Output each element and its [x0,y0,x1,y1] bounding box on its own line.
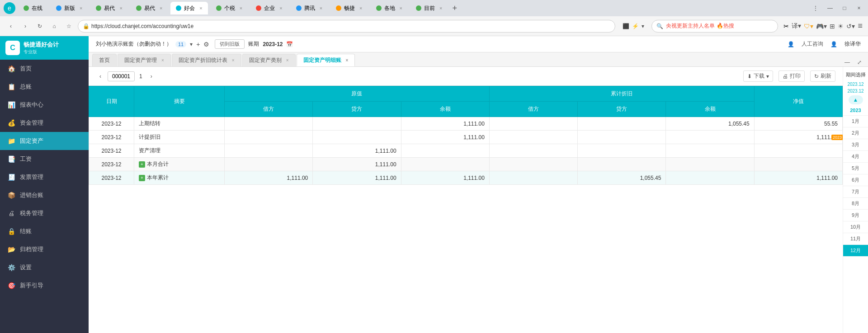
close-icon[interactable]: × [119,5,122,11]
game-icon[interactable]: 🎮▾ [816,23,827,30]
scissors-icon[interactable]: ✂ [783,23,789,30]
tab-asset-category[interactable]: 固定资产类别 × [242,54,296,66]
qr-icon[interactable]: ⬛ [623,23,629,29]
period-month-2[interactable]: 2月 [843,127,868,139]
period-year-2023[interactable]: 2023 [843,105,868,116]
browser-tab-mubiao[interactable]: 目前 × [410,2,448,14]
lightning-icon[interactable]: ⚡ [632,23,639,29]
period-month-5[interactable]: 5月 [843,163,868,174]
minimize-button[interactable]: — [825,3,835,14]
add-account-icon[interactable]: + [196,41,200,48]
browser-tab-yidai1[interactable]: 易代 × [90,2,127,14]
reload-button[interactable]: ↻ [34,21,45,32]
refresh-button[interactable]: ↻ 刷新 [810,70,835,82]
translate-icon[interactable]: 译▾ [792,22,801,30]
close-icon[interactable]: × [439,5,442,11]
home-button[interactable]: ⌂ [49,21,60,32]
tab-close-icon[interactable]: × [286,58,289,63]
sidebar-item-beginner-guide[interactable]: 🎯 新手引导 [0,277,89,295]
bookmark-button[interactable]: ☆ [63,21,74,32]
period-month-4[interactable]: 4月 [843,151,868,163]
tab-close-icon[interactable]: × [346,58,349,63]
cell-date: 2023-12 [89,144,134,158]
tab-asset-detail-ledger[interactable]: 固定资产明细账 × [297,54,355,66]
close-icon[interactable]: × [160,5,162,11]
sidebar-item-archive[interactable]: 📂 归档管理 [0,240,89,258]
period-month-3[interactable]: 3月 [843,139,868,151]
right-panel: 期间选择 2023.12 2023.12 ▲ 2023 1月 2月 3月 4月 … [843,67,868,333]
switch-version-button[interactable]: 切到旧版 [215,39,245,49]
new-tab-button[interactable]: + [452,4,457,13]
tab-close-icon[interactable]: × [232,58,235,63]
address-bar[interactable]: 🔒 https://cloud.chanjet.com/accounting/u… [78,20,615,33]
undo-icon[interactable]: ↺▾ [846,23,855,30]
sidebar-item-closing[interactable]: 🔒 结账 [0,222,89,240]
forward-button[interactable]: › [20,21,31,32]
menu-icon[interactable]: ≡ [858,21,863,31]
cell-orig-balance [401,158,489,171]
sidebar-item-funds[interactable]: 💰 资金管理 [0,114,89,132]
sidebar-item-settings[interactable]: ⚙️ 设置 [0,258,89,277]
th-date: 日期 [89,86,134,117]
scroll-up-button[interactable]: ▲ [849,95,863,104]
close-icon[interactable]: × [359,5,362,11]
period-month-11[interactable]: 11月 [843,233,868,245]
period-month-6[interactable]: 6月 [843,174,868,186]
browser-tab-gedi[interactable]: 各地 × [371,2,408,14]
sidebar-item-reports[interactable]: 📊 报表中心 [0,96,89,114]
close-icon[interactable]: × [279,5,282,11]
grid-icon[interactable]: ⊞ [830,23,835,30]
extensions-button[interactable]: ⋮ [810,3,821,14]
tab-depreciation-summary[interactable]: 固定资产折旧统计表 × [172,54,241,66]
sidebar-item-general-ledger[interactable]: 📋 总账 [0,78,89,96]
sidebar-item-trade-ledger[interactable]: 📦 进销台账 [0,186,89,204]
calendar-icon[interactable]: 📅 [286,41,293,47]
invoice-icon: 🧾 [7,173,15,181]
close-icon[interactable]: × [80,5,82,11]
sidebar-item-payroll[interactable]: 📑 工资 [0,150,89,168]
browser-tab-geshui[interactable]: 个税 × [211,2,248,14]
settings-cog-icon[interactable]: ⚙ [203,41,209,48]
sidebar-item-home[interactable]: 🏠 首页 [0,60,89,78]
download-dropdown-icon[interactable]: ▾ [766,73,769,80]
account-code-input[interactable] [108,71,135,81]
browser-tab-online[interactable]: 在线 [18,2,48,14]
period-month-9[interactable]: 9月 [843,210,868,221]
expand-tab-icon[interactable]: ⤢ [854,58,864,66]
period-month-12[interactable]: 12月 [843,245,868,257]
brightness-icon[interactable]: ☀ [838,23,844,30]
close-window-button[interactable]: × [854,3,864,14]
browser-tab-new[interactable]: 新版 × [51,2,88,14]
period-month-10[interactable]: 10月 [843,221,868,233]
browser-tab-haokuai[interactable]: 好会 × [170,2,208,14]
browser-tab-yidai2[interactable]: 易代 × [131,2,168,14]
dropdown-arrow-icon[interactable]: ▾ [190,41,193,47]
maximize-button[interactable]: □ [839,3,850,14]
browser-tab-changjie[interactable]: 畅捷 × [330,2,368,14]
period-month-7[interactable]: 7月 [843,186,868,198]
browser-tab-qiye[interactable]: 企业 × [250,2,288,14]
period-month-1[interactable]: 1月 [843,116,868,127]
close-icon[interactable]: × [400,5,402,11]
period-month-8[interactable]: 8月 [843,198,868,210]
search-bar[interactable]: 🔍 央视更新主持人名单 🔥热搜 [651,20,778,33]
sidebar-item-tax[interactable]: 🖨 税务管理 [0,204,89,222]
help-text[interactable]: 人工咨询 [802,40,823,48]
close-icon[interactable]: × [199,5,202,11]
tab-home[interactable]: 首页 [92,54,117,66]
next-page-button[interactable]: › [147,72,156,81]
dropdown-icon[interactable]: ▾ [642,23,644,29]
back-button[interactable]: ‹ [5,21,16,32]
browser-tab-tencent[interactable]: 腾讯 × [291,2,328,14]
tab-fixed-assets-mgmt[interactable]: 固定资产管理 × [118,54,171,66]
minimize-tab-icon[interactable]: — [842,58,853,66]
close-icon[interactable]: × [320,5,322,11]
tab-close-icon[interactable]: × [161,58,164,63]
download-button[interactable]: ⬇ 下载 ▾ [743,70,773,82]
close-icon[interactable]: × [240,5,242,11]
sidebar-item-invoice[interactable]: 🧾 发票管理 [0,168,89,186]
sidebar-item-fixed-assets[interactable]: 📁 固定资产 [0,132,89,150]
prev-page-button[interactable]: ‹ [96,72,105,81]
print-button[interactable]: 🖨 打印 [778,70,805,82]
shield-icon[interactable]: 🛡▾ [804,23,813,30]
